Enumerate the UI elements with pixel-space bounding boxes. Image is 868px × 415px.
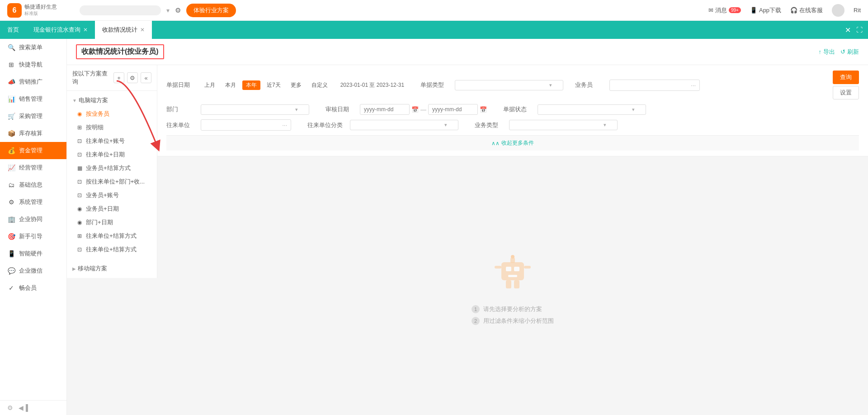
counterpart-category-select[interactable]: ▾ xyxy=(350,120,458,130)
cal-icon-start[interactable]: 📅 xyxy=(411,106,419,113)
doc-status-chevron: ▾ xyxy=(632,107,635,113)
user-name: Rit xyxy=(854,7,861,14)
export-button[interactable]: ↑ 导出 xyxy=(819,48,835,56)
robot-svg xyxy=(490,249,535,294)
review-date-end[interactable] xyxy=(428,104,478,115)
sidebar-item-smart-hw[interactable]: 📱 智能硬件 xyxy=(0,245,66,262)
date-tab-custom[interactable]: 自定义 xyxy=(308,80,331,90)
messages-label: 消息 xyxy=(715,6,727,14)
svg-rect-8 xyxy=(524,266,531,269)
tab-window-close[interactable]: ✕ xyxy=(845,26,851,34)
action-buttons: 查询 设置 xyxy=(833,71,859,99)
sidebar-item-search-menu[interactable]: 🔍 搜索菜单 xyxy=(0,39,66,56)
left-panel-container: 按以下方案查询 + ⚙ « ▼ 电脑端方案 ◉ 按业务员 xyxy=(67,65,157,415)
date-tab-7days[interactable]: 近7天 xyxy=(263,80,284,90)
scheme-item-dept-date[interactable]: ◉ 部门+日期 xyxy=(67,216,157,229)
sidebar-item-finance[interactable]: 💰 资金管理 xyxy=(0,142,66,159)
dept-select[interactable]: ▾ xyxy=(201,104,309,115)
purchase-icon: 🛒 xyxy=(7,112,15,120)
scheme-item-unit-account[interactable]: ⊡ 往来单位+账号 xyxy=(67,134,157,148)
messages-button[interactable]: ✉ 消息 99+ xyxy=(708,6,741,14)
salesman-more-btn[interactable]: ··· xyxy=(691,82,696,89)
nav-icon: ⊞ xyxy=(7,61,15,69)
top-bar: 6 畅捷通好生意 标准版 ▾ ⚙ 体验行业方案 ✉ 消息 99+ 📱 App下载… xyxy=(0,0,868,21)
sidebar-item-inventory[interactable]: 📦 库存核算 xyxy=(0,125,66,142)
app-name: 畅捷通好生意 xyxy=(24,4,57,11)
review-date-start[interactable] xyxy=(360,104,410,115)
counterpart-label: 往来单位 xyxy=(166,121,193,129)
tab-bank-flow[interactable]: 现金银行流水查询 ✕ xyxy=(26,21,95,39)
mobile-section: ▶ 移动端方案 xyxy=(67,259,157,278)
collapse-btn[interactable]: ∧∧ 收起更多条件 xyxy=(491,139,534,147)
sidebar-item-sales[interactable]: 📊 销售管理 xyxy=(0,90,66,108)
sidebar-item-marketing[interactable]: 📣 营销推广 xyxy=(0,73,66,90)
business-type-select[interactable]: ▾ xyxy=(509,120,618,130)
scheme-item-unit-payment-1[interactable]: ⊞ 往来单位+结算方式 xyxy=(67,229,157,243)
tab-receivable-stats[interactable]: 收款情况统计 ✕ xyxy=(95,21,152,39)
salesman-label: 业务员 xyxy=(575,81,602,89)
sidebar-item-purchase[interactable]: 🛒 采购管理 xyxy=(0,108,66,125)
sidebar-item-enterprise[interactable]: 🏢 企业协同 xyxy=(0,211,66,228)
date-tab-last-month[interactable]: 上月 xyxy=(201,80,219,90)
section-expand-icon: ▼ xyxy=(72,98,77,103)
app-download-button[interactable]: 📱 App下载 xyxy=(750,6,781,14)
tab-close-bank[interactable]: ✕ xyxy=(83,27,88,33)
tab-window-expand[interactable]: ⛶ xyxy=(856,26,863,33)
scheme-item-unit-date[interactable]: ⊡ 往来单位+日期 xyxy=(67,148,157,161)
scheme-active-icon: ◉ xyxy=(76,110,83,118)
date-tab-more[interactable]: 更多 xyxy=(287,80,305,90)
sidebar-item-guide[interactable]: 🎯 新手引导 xyxy=(0,228,66,245)
svg-rect-3 xyxy=(514,267,519,271)
dept-chevron: ▾ xyxy=(295,107,298,113)
scheme-item-unit-payment-2[interactable]: ⊡ 往来单位+结算方式 xyxy=(67,243,157,256)
counterpart-input[interactable]: ··· xyxy=(201,119,291,131)
panel-collapse-btn[interactable]: « xyxy=(141,72,151,83)
online-service-button[interactable]: 🎧 在线客服 xyxy=(790,6,823,14)
date-tabs: 上月 本月 本年 近7天 更多 自定义 xyxy=(201,80,331,90)
content-area: 收款情况统计(按业务员) ↑ 导出 ↺ 刷新 按以下方案查询 xyxy=(67,39,868,415)
doc-status-select[interactable]: ▾ xyxy=(538,104,646,115)
sidebar-settings-btn[interactable]: ⚙ xyxy=(7,404,13,411)
sidebar-item-operation[interactable]: 📈 经营管理 xyxy=(0,159,66,176)
scheme-icon-5: ▦ xyxy=(76,165,83,172)
top-search-input[interactable] xyxy=(80,5,161,15)
refresh-button[interactable]: ↺ 刷新 xyxy=(840,48,859,56)
add-scheme-btn[interactable]: + xyxy=(113,72,124,83)
scheme-item-by-detail[interactable]: ⊞ 按明细 xyxy=(67,121,157,134)
salesman-input[interactable]: ··· xyxy=(609,80,700,91)
trial-button[interactable]: 体验行业方案 xyxy=(186,4,236,17)
svg-rect-9 xyxy=(506,280,511,288)
sidebar-collapse-btn[interactable]: ◀▐ xyxy=(19,404,28,411)
system-icon: ⚙ xyxy=(7,198,15,206)
sidebar-item-quick-nav[interactable]: ⊞ 快捷导航 xyxy=(0,56,66,73)
sidebar-item-basic-info[interactable]: 🗂 基础信息 xyxy=(0,176,66,193)
filter-settings-button[interactable]: 设置 xyxy=(833,86,859,99)
scheme-item-by-salesman[interactable]: ◉ 按业务员 xyxy=(67,107,157,121)
counterpart-more-btn[interactable]: ··· xyxy=(282,122,287,128)
counterpart-category-label: 往来单位分类 xyxy=(307,121,343,129)
date-tab-this-year[interactable]: 本年 xyxy=(242,80,260,90)
scheme-item-salesman-account[interactable]: ⊡ 业务员+账号 xyxy=(67,189,157,202)
desktop-section-header[interactable]: ▼ 电脑端方案 xyxy=(67,94,157,107)
sidebar-item-member[interactable]: ✓ 畅会员 xyxy=(0,279,66,297)
scheme-settings-btn[interactable]: ⚙ xyxy=(127,72,138,83)
scheme-item-unit-dept[interactable]: ⊡ 按往来单位+部门+收... xyxy=(67,175,157,189)
scheme-item-salesman-payment[interactable]: ▦ 业务员+结算方式 xyxy=(67,161,157,175)
gear-icon[interactable]: ⚙ xyxy=(175,6,181,14)
doc-type-select[interactable]: ▾ xyxy=(455,80,563,90)
tab-close-receivable[interactable]: ✕ xyxy=(140,27,145,33)
tab-home[interactable]: 首页 xyxy=(0,26,26,34)
tab-bar: 首页 现金银行流水查询 ✕ 收款情况统计 ✕ ✕ ⛶ xyxy=(0,21,868,39)
dropdown-arrow[interactable]: ▾ xyxy=(166,7,170,14)
sidebar-item-system[interactable]: ⚙ 系统管理 xyxy=(0,193,66,211)
sidebar-item-wechat[interactable]: 💬 企业微信 xyxy=(0,262,66,279)
user-avatar[interactable] xyxy=(832,4,844,17)
mobile-section-header[interactable]: ▶ 移动端方案 xyxy=(67,262,157,275)
app-logo: 6 xyxy=(7,3,22,18)
query-button[interactable]: 查询 xyxy=(833,71,859,84)
cal-icon-end[interactable]: 📅 xyxy=(480,106,487,113)
scheme-item-salesman-date[interactable]: ◉ 业务员+日期 xyxy=(67,202,157,216)
date-tab-this-month[interactable]: 本月 xyxy=(222,80,240,90)
scheme-icon-8: ◉ xyxy=(76,205,83,212)
collapse-bar[interactable]: ∧∧ 收起更多条件 xyxy=(166,135,859,151)
